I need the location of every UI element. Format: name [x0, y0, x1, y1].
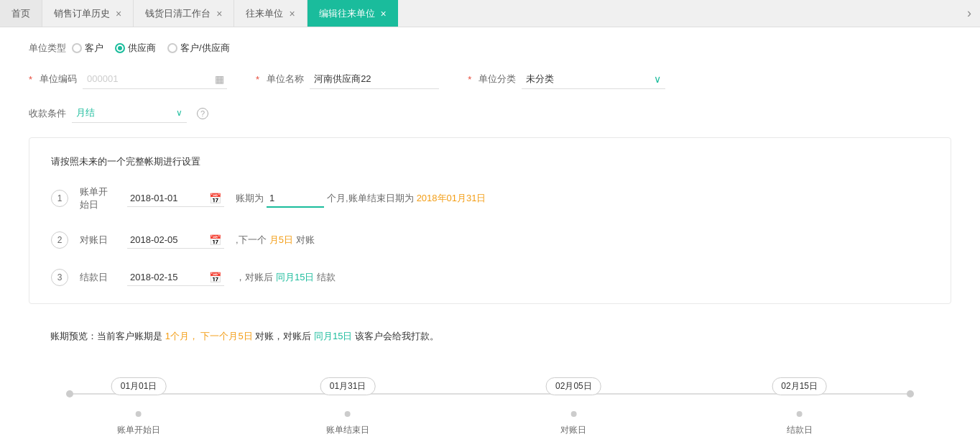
period-box-title: 请按照未来的一个完整帐期进行设置	[51, 155, 929, 168]
unit-name-field: * 单位名称	[256, 69, 439, 89]
radio-customer-label: 客户	[85, 42, 103, 55]
period-row-2-calendar-icon[interactable]: 📅	[206, 234, 224, 246]
unit-category-label: 单位分类	[479, 73, 516, 86]
timeline-label-0: 账单开始日	[117, 424, 160, 436]
period-row-1-date-wrap: 📅	[127, 190, 224, 207]
period-row-1-date-input[interactable]	[127, 190, 206, 206]
timeline-node-2: 02月05日 对账日	[546, 393, 601, 429]
timeline-dot-1	[345, 411, 351, 417]
tab-expand-button[interactable]: ›	[958, 0, 980, 27]
unit-code-input[interactable]	[83, 70, 212, 87]
timeline-dot-2	[570, 411, 576, 417]
period-row-2: 2 对账日 📅 ,下一个 月5日 对账	[51, 231, 929, 249]
unit-name-input[interactable]	[310, 70, 439, 87]
main-content: 单位类型 客户 供应商 客户/供应商 * 单位编码	[0, 27, 980, 437]
summary-box: 账期预览：当前客户账期是 1个月， 下一个月5日 对账，对账后 同月15日 该客…	[29, 318, 951, 354]
tab-sales-history-label: 销售订单历史	[54, 7, 110, 20]
unit-info-row: * 单位编码 ▦ * 单位名称 * 单位分类 未分类 ∨	[29, 69, 951, 89]
tab-edit-partner-close[interactable]: ×	[381, 9, 387, 19]
summary-p2: 下一个月5日	[200, 331, 252, 341]
unit-name-input-wrap	[310, 69, 439, 89]
period-row-3-num: 3	[51, 269, 68, 286]
timeline-bubble-3: 02月15日	[772, 377, 827, 395]
unit-category-select[interactable]: 未分类 ∨	[522, 70, 665, 89]
unit-code-star: *	[29, 74, 32, 85]
radio-supplier[interactable]: 供应商	[115, 42, 156, 55]
unit-type-field: 单位类型 客户 供应商 客户/供应商	[29, 42, 230, 55]
period-row-2-desc-highlight: 月5日	[269, 234, 293, 247]
summary-suffix: 该客户会给我打款。	[355, 331, 439, 341]
period-row-2-num: 2	[51, 231, 68, 249]
payment-terms-row: 收款条件 月结 ∨ ?	[29, 104, 951, 123]
tab-sales-history[interactable]: 销售订单历史 ×	[42, 0, 134, 27]
summary-p1: 1个月，	[165, 331, 198, 341]
period-row-2-date-wrap: 📅	[127, 231, 224, 249]
timeline-dot-0	[136, 411, 142, 417]
period-row-3-desc-highlight: 同月15日	[276, 271, 314, 284]
radio-both[interactable]: 客户/供应商	[167, 42, 230, 55]
period-row-1-calendar-icon[interactable]: 📅	[206, 193, 224, 204]
timeline-label-2: 对账日	[560, 424, 586, 436]
tab-edit-partner[interactable]: 编辑往来单位 ×	[308, 0, 398, 27]
tab-partner-units-close[interactable]: ×	[289, 9, 295, 19]
payment-terms-value: 月结	[76, 106, 170, 119]
timeline-dot-end	[907, 390, 914, 397]
tab-cash-work[interactable]: 钱货日清工作台 ×	[134, 0, 234, 27]
summary-mid: 对账，对账后	[255, 331, 311, 341]
payment-terms-help-icon[interactable]: ?	[197, 108, 208, 119]
radio-supplier-label: 供应商	[128, 42, 156, 55]
unit-code-field: * 单位编码 ▦	[29, 69, 227, 89]
payment-terms-field: 收款条件 月结 ∨ ?	[29, 104, 208, 123]
unit-code-input-wrap: ▦	[83, 69, 227, 89]
tab-cash-work-label: 钱货日清工作台	[145, 7, 211, 20]
tab-partner-units[interactable]: 往来单位 ×	[234, 0, 307, 27]
period-row-3-calendar-icon[interactable]: 📅	[206, 272, 224, 283]
radio-customer[interactable]: 客户	[72, 42, 103, 55]
period-row-3-date-input[interactable]	[127, 269, 206, 285]
period-row-3-desc-prefix: ，对账后	[236, 271, 273, 284]
period-row-1-period-for: 账期为	[236, 192, 264, 205]
unit-type-label: 单位类型	[29, 42, 66, 55]
payment-terms-label: 收款条件	[29, 107, 66, 120]
payment-terms-select[interactable]: 月结 ∨	[72, 104, 187, 123]
timeline-container: 01月01日 账单开始日 01月31日 账单结束日 02月05日 对账日 02月…	[72, 393, 908, 395]
radio-both-label: 客户/供应商	[180, 42, 230, 55]
period-row-1-months-input[interactable]	[267, 190, 324, 208]
period-row-3: 3 结款日 📅 ，对账后 同月15日 结款	[51, 269, 929, 286]
unit-code-icon[interactable]: ▦	[212, 73, 227, 85]
radio-supplier-circle	[115, 43, 125, 53]
period-row-2-label: 对账日	[80, 234, 116, 247]
tab-home-label: 首页	[11, 7, 30, 20]
tab-sales-history-close[interactable]: ×	[116, 9, 121, 19]
unit-category-star: *	[468, 74, 471, 85]
tab-home[interactable]: 首页	[0, 0, 42, 27]
timeline-label-1: 账单结束日	[326, 424, 369, 436]
timeline-wrap: 01月01日 账单开始日 01月31日 账单结束日 02月05日 对账日 02月…	[29, 354, 951, 408]
timeline-bubble-1: 01月31日	[320, 377, 376, 395]
timeline-bubble-0: 01月01日	[111, 377, 167, 395]
period-row-3-desc-suffix: 结款	[317, 271, 336, 284]
timeline-dot-start	[66, 390, 73, 397]
period-row-3-date-wrap: 📅	[127, 269, 224, 286]
period-row-2-desc-suffix: 对账	[296, 234, 315, 247]
unit-category-field: * 单位分类 未分类 ∨	[468, 70, 665, 89]
timeline-label-3: 结款日	[787, 424, 813, 436]
unit-name-star: *	[256, 74, 259, 85]
timeline-dot-3	[797, 411, 803, 417]
tab-bar: 首页 销售订单历史 × 钱货日清工作台 × 往来单位 × 编辑往来单位 × ›	[0, 0, 980, 27]
period-row-1: 1 账单开始日 📅 账期为 个月,账单结束日期为 2018年01月31日	[51, 185, 929, 211]
tab-cash-work-close[interactable]: ×	[216, 9, 222, 19]
unit-category-value: 未分类	[526, 73, 648, 86]
period-row-1-num: 1	[51, 190, 68, 207]
tab-edit-partner-label: 编辑往来单位	[319, 7, 375, 20]
period-row-1-end-date: 2018年01月31日	[417, 192, 486, 205]
timeline-node-1: 01月31日 账单结束日	[320, 393, 376, 429]
summary-prefix: 账期预览：当前客户账期是	[50, 331, 162, 341]
period-settings-box: 请按照未来的一个完整帐期进行设置 1 账单开始日 📅 账期为 个月,账单结束日期…	[29, 137, 951, 304]
unit-code-label: 单位编码	[40, 73, 77, 86]
period-row-3-label: 结款日	[80, 271, 116, 284]
period-row-1-months-unit: 个月,账单结束日期为	[327, 192, 414, 205]
tab-partner-units-label: 往来单位	[246, 7, 283, 20]
period-row-2-date-input[interactable]	[127, 231, 206, 248]
radio-both-circle	[167, 43, 177, 53]
